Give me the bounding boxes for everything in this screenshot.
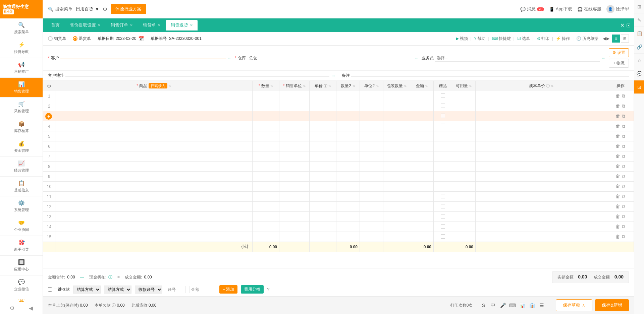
product-sort-icon[interactable]: ⇅: [168, 84, 171, 88]
payment-method-select[interactable]: 结算方式: [73, 286, 101, 294]
bottom-icon-7[interactable]: ☰: [538, 301, 546, 309]
history-btn[interactable]: 🕐 历史单据: [576, 36, 598, 42]
cost-info-icon[interactable]: ⓘ: [546, 84, 550, 88]
copy-icon[interactable]: ⧉: [622, 143, 625, 149]
row-1-available[interactable]: [452, 91, 476, 101]
daily-category[interactable]: 日用百货 ▼: [76, 6, 99, 12]
sidebar-item-purchase[interactable]: 🛒 采购管理: [0, 98, 43, 117]
copy-icon[interactable]: ⧉: [622, 184, 625, 189]
one-click-payment[interactable]: 一键收款: [48, 287, 70, 292]
qty-sort-icon[interactable]: ⇅: [270, 84, 273, 88]
list-view-btn[interactable]: ⊞: [621, 35, 629, 43]
close-tab-icon[interactable]: ✕: [620, 22, 625, 28]
split-info-icon[interactable]: ?: [267, 287, 270, 292]
save-new-button[interactable]: 保存&新增: [595, 299, 629, 311]
row-3-unit[interactable]: [279, 111, 310, 121]
save-draft-button[interactable]: 保存草稿 ∧: [556, 299, 592, 311]
copy-icon[interactable]: ⧉: [622, 174, 625, 179]
sidebar-item-operation[interactable]: 📈 经营管理: [0, 157, 43, 177]
row-3-cost[interactable]: [476, 111, 607, 121]
sidebar-item-marketing[interactable]: 📢 营销推广: [0, 58, 43, 78]
cost-sort-icon[interactable]: ⇅: [551, 84, 553, 88]
scan-input-btn[interactable]: 扫码录入: [149, 83, 167, 88]
right-panel-icon-4[interactable]: 🔗: [634, 40, 644, 54]
row-3-product-input[interactable]: [55, 111, 253, 121]
row-1-qty[interactable]: [253, 91, 279, 101]
bottom-icon-5[interactable]: 📊: [518, 301, 526, 309]
print-btn[interactable]: 🖨 打印: [536, 36, 549, 42]
copy-row-2-icon[interactable]: ⧉: [622, 103, 625, 109]
right-panel-icon-7[interactable]: ⊡: [634, 80, 644, 94]
radio-return-type[interactable]: 退货单: [73, 36, 91, 42]
row-1-unit2[interactable]: [360, 91, 383, 101]
row-2-available[interactable]: [452, 101, 476, 111]
table-settings-icon[interactable]: ⚙: [47, 83, 51, 89]
row-2-qty2[interactable]: [336, 101, 360, 111]
radio-sale-type[interactable]: 销货单: [48, 36, 66, 42]
select-order-btn[interactable]: ☑ 选单: [517, 36, 530, 42]
delete-icon[interactable]: 🗑: [615, 123, 620, 129]
delete-row-2-icon[interactable]: 🗑: [615, 103, 620, 109]
row-3-available[interactable]: [452, 111, 476, 121]
row-1-packqty[interactable]: [383, 91, 410, 101]
amount-sort-icon[interactable]: ⇅: [425, 84, 428, 88]
logistics-btn[interactable]: + 物流: [609, 59, 629, 68]
sidebar-item-sales[interactable]: 📊 销售管理: [0, 78, 43, 98]
grid-view-btn[interactable]: ≡: [612, 35, 620, 43]
copy-icon[interactable]: ⧉: [622, 123, 625, 129]
copy-icon[interactable]: ⧉: [622, 194, 625, 199]
calc-method-select[interactable]: 结算方式: [104, 286, 131, 294]
address-input[interactable]: [65, 74, 329, 77]
warehouse-input[interactable]: [260, 57, 413, 59]
delete-icon[interactable]: 🗑: [615, 133, 620, 139]
copy-icon[interactable]: ⧉: [622, 153, 625, 159]
help-btn[interactable]: ? 帮助: [474, 36, 486, 42]
tab-price-settings-close[interactable]: ✕: [98, 23, 101, 27]
owe-info-icon[interactable]: ⓘ: [112, 303, 116, 308]
row-1-cost[interactable]: [476, 91, 607, 101]
sidebar-item-enterprise[interactable]: 🤝 企业协同: [0, 216, 43, 236]
settings-bottom-icon[interactable]: ⚙: [10, 305, 14, 311]
row-2-qty[interactable]: [253, 101, 279, 111]
payment-amount-input[interactable]: [189, 286, 216, 293]
row-2-amount[interactable]: [410, 101, 434, 111]
salesperson-more-btn[interactable]: ···: [602, 56, 605, 60]
warehouse-more-btn[interactable]: ···: [415, 56, 418, 60]
restore-tab-icon[interactable]: ⊡: [626, 22, 631, 28]
row-1-qty2[interactable]: [336, 91, 360, 101]
row-2-gift[interactable]: [434, 101, 452, 111]
right-panel-icon-6[interactable]: 💬: [634, 67, 644, 80]
sidebar-item-finance[interactable]: 💰 资金管理: [0, 137, 43, 157]
row-2-packqty[interactable]: [383, 101, 410, 111]
tab-sales-order-close[interactable]: ✕: [130, 23, 133, 27]
online-service-btn[interactable]: 🎧 在线客服: [577, 6, 601, 12]
product-search-input[interactable]: [57, 114, 250, 119]
bottom-icon-6[interactable]: 👔: [528, 301, 536, 309]
address-more-btn[interactable]: ···: [332, 73, 335, 78]
row-2-cost[interactable]: [476, 101, 607, 111]
gift-checkbox-1[interactable]: [441, 93, 445, 98]
sidebar-item-inventory[interactable]: 📦 库存核算: [0, 117, 43, 137]
copy-icon[interactable]: ⧉: [622, 224, 625, 230]
unit-sort-icon[interactable]: ⇅: [303, 84, 306, 88]
row-3-gift[interactable]: [434, 111, 452, 121]
trial-button[interactable]: 体验行业方案: [111, 4, 146, 14]
delete-icon[interactable]: 🗑: [615, 143, 620, 149]
bottom-icon-3[interactable]: 🎤: [499, 301, 507, 309]
row-1-product[interactable]: [55, 91, 253, 101]
add-payment-btn[interactable]: + 添加: [219, 285, 237, 294]
cost-split-btn[interactable]: 费用分摊: [241, 285, 264, 294]
user-menu[interactable]: 👤 徐泽华: [606, 5, 629, 13]
collapse-sidebar-icon[interactable]: ◀: [29, 305, 33, 311]
row-3-qty[interactable]: [253, 111, 279, 121]
account-number-input[interactable]: [166, 286, 186, 293]
tab-price-settings[interactable]: 售价提取设置 ✕: [65, 20, 105, 30]
right-panel-icon-3[interactable]: 📋: [634, 27, 644, 40]
row-3-packqty[interactable]: [383, 111, 410, 121]
tab-sales-order[interactable]: 销售订单 ✕: [106, 20, 138, 30]
search-menu-btn[interactable]: 🔍 搜索菜单: [48, 6, 72, 12]
save-draft-chevron-icon[interactable]: ∧: [582, 303, 585, 308]
copy-icon[interactable]: ⧉: [622, 204, 625, 209]
delete-icon[interactable]: 🗑: [615, 174, 620, 179]
settings-icon[interactable]: ⚙: [103, 6, 107, 12]
